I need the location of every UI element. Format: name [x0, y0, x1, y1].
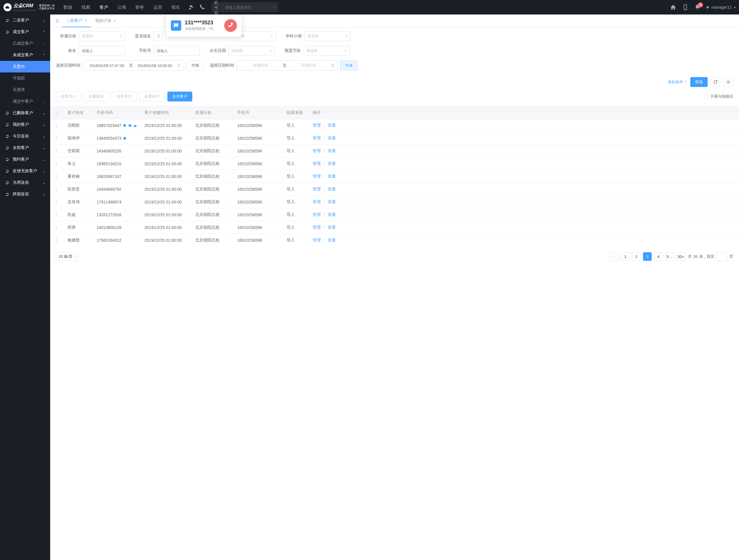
- sidebar-item[interactable]: 成交中客户⌄: [0, 96, 50, 107]
- row-checkbox[interactable]: [56, 161, 56, 166]
- sidebar-item[interactable]: 未成交客户⌃: [0, 49, 50, 61]
- nav-item[interactable]: 公海: [113, 0, 131, 14]
- manage-link[interactable]: 管理: [313, 238, 321, 243]
- sidebar-item[interactable]: 反馈无效客户⌄: [0, 165, 50, 177]
- nav-item[interactable]: 线索: [77, 0, 95, 14]
- filter-subject-select[interactable]: 请选择▾: [304, 31, 351, 41]
- row-checkbox[interactable]: [56, 148, 56, 154]
- sidebar-item[interactable]: 跨期首咨⌄: [0, 188, 50, 200]
- notifications[interactable]: 5: [694, 4, 701, 10]
- row-checkbox[interactable]: [56, 136, 56, 141]
- nav-item[interactable]: 运营: [149, 0, 167, 14]
- phone-icon[interactable]: [199, 4, 206, 10]
- view-link[interactable]: 查看: [328, 212, 336, 217]
- sidebar-item[interactable]: 当周首咨⌄: [0, 177, 50, 188]
- bulk-import-button[interactable]: 批量导入: [56, 91, 81, 102]
- filter-button[interactable]: 筛选: [690, 77, 708, 87]
- nav-item[interactable]: 报名: [167, 0, 185, 14]
- filter-preset-select[interactable]: 请选择▾: [303, 46, 349, 56]
- page-tab[interactable]: 二咨客户×: [62, 14, 91, 27]
- mobile-icon[interactable]: [682, 4, 689, 10]
- sidebar-item[interactable]: 可追踪: [0, 72, 50, 84]
- page-number-button[interactable]: 50>: [676, 252, 685, 261]
- home-icon[interactable]: [670, 4, 676, 10]
- page-tab[interactable]: 我的订单×: [91, 14, 120, 27]
- row-checkbox[interactable]: [56, 123, 56, 128]
- bulk-operate-button[interactable]: 批量操作: [140, 91, 164, 102]
- view-link[interactable]: 查看: [328, 225, 336, 230]
- row-checkbox[interactable]: [56, 187, 56, 192]
- filter-enrolled-select-2[interactable]: 择▾: [238, 31, 276, 41]
- manage-link[interactable]: 管理: [313, 187, 321, 192]
- search-icon[interactable]: [274, 5, 275, 10]
- nav-item[interactable]: 数据: [59, 0, 77, 14]
- row-checkbox[interactable]: [56, 238, 56, 243]
- bulk-delete-button[interactable]: 批量删除: [84, 91, 109, 102]
- select-all-checkbox[interactable]: [56, 110, 56, 115]
- row-checkbox[interactable]: [56, 225, 56, 230]
- filter-school-select[interactable]: 请选择▾: [79, 31, 125, 41]
- page-number-button[interactable]: 5…: [665, 252, 674, 261]
- manage-link[interactable]: 管理: [313, 136, 321, 141]
- view-link[interactable]: 查看: [328, 174, 336, 179]
- view-link[interactable]: 查看: [328, 199, 336, 205]
- only-mine-checkbox[interactable]: [705, 95, 709, 99]
- nav-item[interactable]: 客户: [95, 0, 113, 14]
- view-link[interactable]: 查看: [328, 123, 336, 128]
- manage-link[interactable]: 管理: [313, 123, 321, 128]
- sidebar-item[interactable]: 已成交客户⌄: [0, 38, 50, 49]
- hangup-button[interactable]: [224, 19, 237, 32]
- manage-link[interactable]: 管理: [313, 161, 321, 166]
- manage-link[interactable]: 管理: [313, 148, 321, 154]
- sidebar-item[interactable]: 二咨客户⌄: [0, 14, 50, 26]
- prev-page-button[interactable]: ‹: [610, 252, 619, 261]
- view-link[interactable]: 查看: [328, 187, 336, 192]
- filter-name-input[interactable]: [79, 46, 125, 56]
- manage-link[interactable]: 管理: [313, 225, 321, 230]
- filter-date1-null-button[interactable]: 空值: [186, 60, 204, 70]
- sidebar-item[interactable]: 全部客户⌄: [0, 142, 50, 154]
- filter-phone-input[interactable]: [153, 46, 200, 56]
- view-link[interactable]: 查看: [328, 238, 336, 243]
- sidebar-item[interactable]: 已删除客户⌄: [0, 107, 50, 119]
- page-number-button[interactable]: 4: [654, 252, 663, 261]
- merge-customer-button[interactable]: 合并客户: [167, 91, 192, 102]
- search-input[interactable]: [225, 5, 274, 10]
- row-checkbox[interactable]: [56, 199, 56, 205]
- sidebar-item[interactable]: 预约客户⌄: [0, 154, 50, 165]
- view-link[interactable]: 查看: [328, 148, 336, 154]
- sidebar-item[interactable]: 无需求: [0, 84, 50, 96]
- jump-page-input[interactable]: [716, 252, 728, 261]
- sidebar-item[interactable]: 今日首咨⌄: [0, 131, 50, 142]
- add-user-icon[interactable]: [188, 4, 194, 10]
- view-link[interactable]: 查看: [328, 161, 336, 166]
- filter-date1-range[interactable]: 2018/01/08 07:47:09至2018/01/08 10:00:00🗓: [83, 60, 184, 71]
- refresh-button[interactable]: [711, 77, 720, 87]
- manage-link[interactable]: 管理: [313, 174, 321, 179]
- manage-link[interactable]: 管理: [313, 199, 321, 205]
- page-number-button[interactable]: 1: [621, 252, 630, 261]
- filter-date2-range[interactable]: 结束时间至开始时间🗓: [237, 60, 338, 71]
- view-link[interactable]: 查看: [328, 136, 336, 141]
- nav-item[interactable]: 财务: [131, 0, 149, 14]
- global-search[interactable]: 手机号码 ▾: [211, 2, 278, 12]
- collapse-filters-link[interactable]: 收起条件 ⌃: [668, 79, 687, 84]
- close-icon[interactable]: ×: [85, 18, 87, 23]
- bulk-export-button[interactable]: 批量导出: [112, 91, 137, 102]
- manage-link[interactable]: 管理: [313, 212, 321, 217]
- filter-date2-null-button[interactable]: 空值: [340, 60, 357, 70]
- page-number-button[interactable]: 2: [632, 252, 641, 261]
- filter-birth-select[interactable]: 请选择▾: [228, 46, 275, 56]
- sidebar-item[interactable]: 无意向: [0, 61, 50, 72]
- settings-button[interactable]: [723, 77, 733, 87]
- user-menu[interactable]: manager11 ▾: [707, 5, 736, 10]
- filter-enrolled-select[interactable]: 请: [153, 31, 162, 41]
- row-checkbox[interactable]: [56, 212, 56, 217]
- sidebar-item[interactable]: 我的客户⌄: [0, 119, 50, 131]
- collapse-sidebar-icon[interactable]: ☰: [52, 19, 62, 23]
- row-checkbox[interactable]: [56, 174, 56, 179]
- page-number-button[interactable]: 3: [643, 252, 652, 261]
- sidebar-item[interactable]: 成交客户⌃: [0, 26, 50, 38]
- page-size-select[interactable]: 10 条/页▾: [56, 252, 78, 261]
- close-icon[interactable]: ×: [114, 19, 116, 23]
